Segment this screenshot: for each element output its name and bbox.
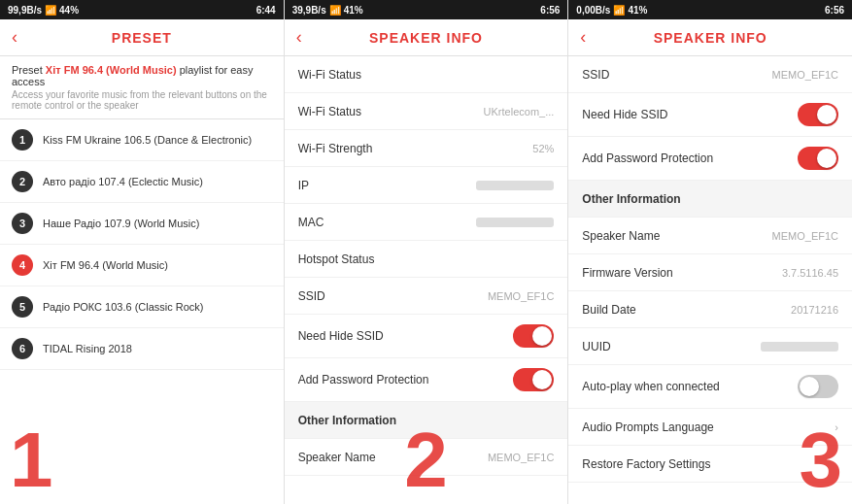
preset-label-4: Хіт FM 96.4 (World Music) [43,259,168,271]
info-row-autoplay[interactable]: Auto-play when connected [568,365,852,409]
speaker-name-label-3: Speaker Name [582,229,660,243]
status-left-1: 99,9B/s 📶 44% [8,5,79,16]
signal-icon-2: 📶 [329,5,341,16]
build-date-value: 20171216 [791,304,838,316]
mac-value [476,218,554,227]
hide-ssid-toggle[interactable] [513,324,554,348]
wifi-strength-label: Wi-Fi Strength [298,142,373,155]
preset-num-6: 6 [12,338,33,359]
wifi-status-value-2: UKrtelecom_... [484,106,555,118]
list-item[interactable]: 6 TIDAL Rising 2018 [0,328,284,370]
wifi-strength-value: 52% [532,143,554,154]
firmware-label: Firmware Version [582,266,672,280]
data-speed-3: 0,00B/s [576,5,610,16]
list-item[interactable]: 5 Радіо РОКС 103.6 (Classic Rock) [0,286,284,328]
time-2: 6:56 [540,5,560,16]
hide-ssid-label-3: Need Hide SSID [582,108,667,121]
firmware-value: 3.7.5116.45 [782,267,838,279]
preset-intro-title: Preset Хіт FM 96.4 (World Music) playlis… [12,64,272,87]
ssid-label-3: SSID [582,68,609,82]
add-password-toggle[interactable] [513,368,554,391]
status-right-2: 6:56 [540,5,560,16]
info-row-hide-ssid[interactable]: Need Hide SSID [285,315,568,358]
preset-label-1: Kiss FM Ukraine 106.5 (Dance & Electroni… [43,134,252,146]
speaker-name-value: MEMO_EF1C [488,452,554,463]
speaker-title-3: SPEAKER INFO [654,30,767,46]
preset-label-6: TIDAL Rising 2018 [43,343,132,354]
other-info-label: Other Information [298,414,396,427]
info-row-firmware: Firmware Version 3.7.5116.45 [568,254,852,291]
ssid-label: SSID [298,289,325,303]
big-number-2: 2 [404,421,448,499]
status-bar-2: 39,9B/s 📶 41% 6:56 [285,0,568,19]
other-info-label-3: Other Information [582,192,680,206]
autoplay-label: Auto-play when connected [582,380,719,393]
big-number-3: 3 [800,421,843,499]
signal-icon-1: 📶 [45,5,56,16]
info-row-wifi-strength: Wi-Fi Strength 52% [285,130,568,167]
preset-title: PRESET [112,30,172,46]
back-icon-1[interactable]: ‹ [12,27,17,48]
status-bar-1: 99,9B/s 📶 44% 6:44 [0,0,284,19]
info-row-ssid: SSID MEMO_EF1C [285,278,568,315]
uuid-label: UUID [582,340,610,353]
ssid-value: MEMO_EF1C [488,290,554,302]
speaker-name-label: Speaker Name [298,451,376,464]
signal-icon-3: 📶 [613,5,625,16]
preset-intro: Preset Хіт FM 96.4 (World Music) playlis… [0,56,284,119]
time-1: 6:44 [256,5,276,16]
add-password-label: Add Password Protection [298,373,429,386]
list-item[interactable]: 1 Kiss FM Ukraine 106.5 (Dance & Electro… [0,119,284,161]
autoplay-toggle[interactable] [798,375,838,398]
back-icon-3[interactable]: ‹ [580,27,586,48]
speaker-info-panel-3: 0,00B/s 📶 41% 6:56 ‹ SPEAKER INFO SSID M… [568,0,852,504]
preset-panel: 99,9B/s 📶 44% 6:44 ‹ PRESET Preset Хіт F… [0,0,285,504]
preset-num-4: 4 [12,254,33,276]
time-3: 6:56 [825,5,844,16]
add-password-toggle-3[interactable] [798,147,838,170]
preset-highlighted: Хіт FM 96.4 (World Music) [46,64,177,76]
speaker-info-panel-2: 39,9B/s 📶 41% 6:56 ‹ SPEAKER INFO Wi-Fi … [285,0,569,504]
list-item[interactable]: 4 Хіт FM 96.4 (World Music) [0,245,284,286]
data-speed-2: 39,9B/s [292,5,326,16]
hotspot-label: Hotspot Status [298,252,375,266]
status-left-2: 39,9B/s 📶 41% [292,5,363,16]
hide-ssid-toggle-3[interactable] [798,103,838,126]
status-right-3: 6:56 [825,5,844,16]
big-number-1: 1 [10,421,53,499]
list-item[interactable]: 2 Авто радіо 107.4 (Eclectic Music) [0,161,284,203]
wifi-status-label-1: Wi-Fi Status [298,68,361,82]
toggle-knob-5 [800,377,819,396]
preset-header: ‹ PRESET [0,19,284,56]
preset-label-2: Авто радіо 107.4 (Eclectic Music) [43,176,203,187]
toggle-knob-2 [532,370,552,389]
preset-num-2: 2 [12,171,33,192]
preset-num-1: 1 [12,129,33,151]
list-item[interactable]: 3 Наше Радіо 107.9 (World Music) [0,203,284,245]
speaker-header-2: ‹ SPEAKER INFO [285,19,568,56]
info-row-add-password-3[interactable]: Add Password Protection [568,137,852,181]
info-row-ssid-3: SSID MEMO_EF1C [568,56,852,93]
info-row-mac: MAC [285,204,568,241]
toggle-knob [532,326,552,346]
battery-1: 44% [59,5,79,16]
mac-label: MAC [298,216,324,229]
info-row-build-date: Build Date 20171216 [568,291,852,328]
preset-num-5: 5 [12,296,33,318]
preset-label-5: Радіо РОКС 103.6 (Classic Rock) [43,301,204,313]
restore-factory-label: Restore Factory Settings [582,457,710,471]
preset-num-3: 3 [12,213,33,234]
ssid-value-3: MEMO_EF1C [772,69,838,81]
add-password-label-3: Add Password Protection [582,151,713,165]
preset-label-3: Наше Радіо 107.9 (World Music) [43,218,199,229]
preset-intro-sub: Access your favorite music from the rele… [12,89,272,111]
info-row-add-password[interactable]: Add Password Protection [285,358,568,402]
speaker-name-value-3: MEMO_EF1C [772,230,838,242]
status-bar-3: 0,00B/s 📶 41% 6:56 [568,0,852,19]
wifi-status-label-2: Wi-Fi Status [298,105,361,118]
info-row-hide-ssid-3[interactable]: Need Hide SSID [568,93,852,137]
info-row-other-info-3: Other Information [568,181,852,218]
info-row-wifi-status-val: Wi-Fi Status UKrtelecom_... [285,93,568,130]
data-speed-1: 99,9B/s [8,5,42,16]
back-icon-2[interactable]: ‹ [296,27,302,48]
